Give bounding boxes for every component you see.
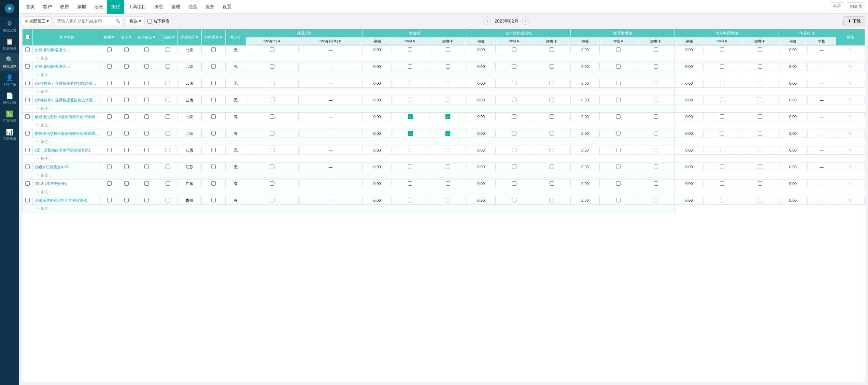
row-urban-declare[interactable] bbox=[495, 113, 533, 121]
row-paid-checkbox[interactable] bbox=[166, 198, 170, 202]
row-tax-device[interactable] bbox=[201, 96, 225, 104]
row-vat-pay[interactable] bbox=[429, 62, 467, 71]
row-clear-card-cell[interactable] bbox=[118, 46, 135, 54]
row-edu-declare-checkbox[interactable] bbox=[616, 47, 621, 52]
row-client-name[interactable]: (库存核算）直播畅捷通信息技术股份有限... ⚠ bbox=[33, 96, 101, 104]
row-edu-declare-checkbox[interactable] bbox=[616, 198, 621, 202]
row-urban-declare[interactable] bbox=[495, 62, 533, 71]
row-vat-pay[interactable] bbox=[429, 79, 467, 88]
row-urban-pay[interactable] bbox=[533, 96, 571, 104]
row-vat-declare[interactable] bbox=[392, 96, 429, 104]
row-device-checkbox[interactable] bbox=[211, 81, 216, 85]
row-copy-tax-cell[interactable] bbox=[101, 129, 118, 138]
row-local-edu-declare-checkbox[interactable] bbox=[720, 81, 724, 85]
row-copy-tax-checkbox[interactable] bbox=[107, 198, 112, 202]
row-edu-pay-checkbox[interactable] bbox=[654, 198, 658, 202]
row-copy-tax-cell[interactable] bbox=[101, 79, 118, 88]
row-checkbox-cell[interactable] bbox=[23, 163, 33, 171]
row-annual-checkbox[interactable] bbox=[270, 131, 274, 136]
row-clear-card-cell[interactable] bbox=[118, 163, 135, 171]
row-operation[interactable]: ✎ bbox=[836, 146, 865, 155]
row-vat-declare[interactable] bbox=[392, 79, 429, 88]
row-vat-pay-checkbox[interactable] bbox=[446, 181, 450, 186]
row-local-edu-pay[interactable] bbox=[741, 146, 779, 155]
row-clear-card-checkbox[interactable] bbox=[124, 148, 129, 152]
row-vat-pay[interactable]: ✓ bbox=[429, 129, 467, 138]
row-annual-declare[interactable] bbox=[246, 129, 298, 138]
nav-manage[interactable]: 管理 bbox=[167, 0, 184, 14]
row-tax-device[interactable] bbox=[201, 62, 225, 71]
row-annual-declare[interactable] bbox=[246, 79, 298, 88]
search-input[interactable] bbox=[57, 19, 115, 24]
row-tax-device[interactable] bbox=[201, 146, 225, 155]
row-edu-declare[interactable] bbox=[599, 79, 637, 88]
row-edu-pay[interactable] bbox=[637, 46, 674, 54]
row-edu-pay[interactable] bbox=[637, 113, 674, 121]
row-copy-tax-cell[interactable] bbox=[101, 46, 118, 54]
sidebar-item-tax-records[interactable]: 📄 报税记录 bbox=[0, 89, 19, 108]
row-paid-cell[interactable] bbox=[158, 180, 177, 188]
row-vat-pay-checkbox[interactable] bbox=[446, 64, 450, 69]
row-paid-cell[interactable] bbox=[158, 96, 177, 104]
row-urban-declare-checkbox[interactable] bbox=[512, 98, 516, 102]
row-local-edu-pay[interactable] bbox=[741, 163, 779, 171]
row-client-name[interactable]: 勿删!新锐网络通信 ⚠ bbox=[33, 46, 101, 54]
row-local-edu-pay[interactable] bbox=[741, 46, 779, 54]
row-confirm-cell[interactable] bbox=[135, 146, 158, 155]
row-copy-tax-checkbox[interactable] bbox=[107, 165, 112, 169]
row-copy-tax-checkbox[interactable] bbox=[107, 64, 112, 69]
row-urban-declare-checkbox[interactable] bbox=[512, 165, 516, 169]
row-vat-pay-checkbox[interactable] bbox=[446, 47, 450, 52]
row-tax-device[interactable] bbox=[201, 129, 225, 138]
row-stamp-declare[interactable]: — bbox=[807, 163, 836, 171]
row-urban-pay-checkbox[interactable] bbox=[550, 165, 554, 169]
row-select-checkbox[interactable] bbox=[25, 181, 30, 186]
row-client-name[interactable]: (勿删) 江西股金-LSS bbox=[33, 163, 101, 171]
row-urban-pay-checkbox[interactable] bbox=[550, 47, 554, 52]
row-edu-declare[interactable] bbox=[599, 46, 637, 54]
row-urban-pay-checkbox[interactable] bbox=[550, 98, 554, 102]
row-local-edu-declare[interactable] bbox=[703, 113, 741, 121]
row-vat-pay-checkbox[interactable] bbox=[446, 148, 450, 152]
row-urban-pay[interactable] bbox=[533, 79, 571, 88]
row-urban-declare-checkbox[interactable] bbox=[512, 114, 516, 119]
row-local-edu-pay-checkbox[interactable] bbox=[758, 131, 762, 136]
row-stamp-declare[interactable]: — bbox=[807, 62, 836, 71]
row-paid-cell[interactable] bbox=[158, 146, 177, 155]
row-annual-checkbox[interactable] bbox=[270, 165, 274, 169]
row-paid-checkbox[interactable] bbox=[166, 131, 170, 136]
row-stamp-declare[interactable]: — bbox=[807, 113, 836, 121]
row-stamp-declare[interactable]: — bbox=[807, 46, 836, 54]
nav-billing[interactable]: 收费 bbox=[56, 0, 73, 14]
row-vat-pay[interactable] bbox=[429, 146, 467, 155]
row-edu-declare[interactable] bbox=[599, 129, 637, 138]
row-clear-card-checkbox[interactable] bbox=[124, 47, 129, 52]
row-local-edu-declare-checkbox[interactable] bbox=[720, 181, 724, 186]
row-annual-checkbox[interactable] bbox=[270, 148, 274, 152]
row-client-name[interactable]: (库存核算）直播畅捷通信息技术股份有限... ⚠ bbox=[33, 79, 101, 88]
row-urban-pay[interactable] bbox=[533, 46, 571, 54]
edit-icon[interactable]: ✎ bbox=[848, 81, 852, 86]
row-vat-pay[interactable] bbox=[429, 96, 467, 104]
nav-settings[interactable]: 设置 bbox=[218, 0, 236, 14]
row-paid-checkbox[interactable] bbox=[166, 148, 170, 152]
nav-home[interactable]: 首页 bbox=[22, 0, 39, 14]
row-edu-pay-checkbox[interactable] bbox=[654, 64, 658, 69]
nav-operation[interactable]: 经营 bbox=[184, 0, 201, 14]
row-vat-pay-checkbox[interactable] bbox=[446, 81, 450, 85]
employee-filter-select[interactable]: 全部员工 ▾ bbox=[22, 16, 52, 26]
row-local-edu-pay-checkbox[interactable] bbox=[758, 148, 762, 152]
sidebar-item-tax-browse[interactable]: 🔍 报税浏览 bbox=[0, 53, 19, 71]
row-local-edu-declare-checkbox[interactable] bbox=[720, 114, 724, 119]
row-device-checkbox[interactable] bbox=[211, 181, 216, 186]
row-local-edu-pay[interactable] bbox=[741, 113, 779, 121]
row-vat-pay[interactable] bbox=[429, 180, 467, 188]
row-vat-declare[interactable] bbox=[392, 46, 429, 54]
row-client-name[interactable]: 2013（陶美芳勿删） bbox=[33, 180, 101, 188]
row-vat-declare-checkbox[interactable] bbox=[408, 47, 412, 52]
row-paid-checkbox[interactable] bbox=[166, 64, 170, 69]
row-select-checkbox[interactable] bbox=[25, 165, 30, 169]
row-stamp-declare[interactable]: — bbox=[807, 96, 836, 104]
select-all-checkbox[interactable] bbox=[25, 35, 30, 39]
row-clear-card-cell[interactable] bbox=[118, 180, 135, 188]
